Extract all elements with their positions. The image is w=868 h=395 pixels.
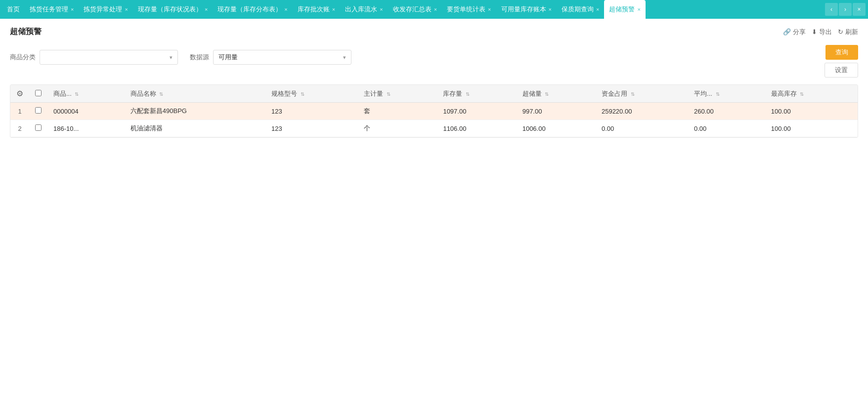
sort-product-name-icon[interactable]: ⇅ <box>159 91 163 97</box>
category-label: 商品分类 <box>10 53 36 62</box>
close-stock-dist[interactable]: × <box>284 6 287 12</box>
share-icon: 🔗 <box>783 28 791 36</box>
row-product-code: 0000004 <box>47 103 125 120</box>
filter-row: 商品分类 ▾ 数据源 可用量 ▾ <box>10 45 815 70</box>
page-title: 超储预警 <box>10 27 42 37</box>
table-header: ⚙ 商品... ⇅ 商品名称 ⇅ 规格型号 ⇅ <box>10 85 858 103</box>
page-actions: 🔗 分享 ⬇ 导出 ↻ 刷新 <box>783 28 858 37</box>
row-stock: 1106.00 <box>437 120 516 137</box>
data-table-container: ⚙ 商品... ⇅ 商品名称 ⇅ 规格型号 ⇅ <box>10 84 858 138</box>
row-avg: 260.00 <box>688 103 765 120</box>
sort-max-stock-icon[interactable]: ⇅ <box>800 91 804 97</box>
col-unit: 主计量 ⇅ <box>358 85 437 103</box>
sort-capital-icon[interactable]: ⇅ <box>631 91 635 97</box>
table-body: 1 0000004 六配套新昌490BPG 123 套 1097.00 997.… <box>10 103 858 137</box>
close-batch-account[interactable]: × <box>332 6 335 12</box>
row-num: 1 <box>10 103 29 120</box>
row-capital: 259220.00 <box>596 103 688 120</box>
refresh-button[interactable]: ↻ 刷新 <box>838 28 858 37</box>
nav-order-stat[interactable]: 要货单统计表 × <box>442 0 496 19</box>
nav-batch-account[interactable]: 库存批次账 × <box>293 0 340 19</box>
nav-stock-dist[interactable]: 现存量（库存分布表） × <box>213 0 292 19</box>
row-capital: 0.00 <box>596 120 688 137</box>
col-product-code: 商品... ⇅ <box>47 85 125 103</box>
nav-pick-exception[interactable]: 拣货异常处理 × <box>79 0 132 19</box>
col-over-stock: 超储量 ⇅ <box>517 85 596 103</box>
close-pick-exception[interactable]: × <box>125 6 128 12</box>
close-pick-task[interactable]: × <box>71 6 74 12</box>
close-expiry[interactable]: × <box>596 6 599 12</box>
col-checkbox <box>29 85 47 103</box>
col-max-stock: 最高库存 ⇅ <box>765 85 858 103</box>
table-row: 2 186-10... 机油滤清器 123 个 1106.00 1006.00 … <box>10 120 858 137</box>
col-product-name: 商品名称 ⇅ <box>125 85 265 103</box>
sort-product-code-icon[interactable]: ⇅ <box>75 91 79 97</box>
select-all-checkbox[interactable] <box>35 90 42 96</box>
nav-arrow-left[interactable]: ‹ <box>825 3 838 16</box>
row-stock: 1097.00 <box>437 103 516 120</box>
row-checkbox[interactable] <box>35 124 42 131</box>
category-select[interactable]: ▾ <box>40 50 178 65</box>
close-available-stock[interactable]: × <box>549 6 552 12</box>
close-inout-flow[interactable]: × <box>380 6 383 12</box>
row-product-name: 机油滤清器 <box>125 120 265 137</box>
row-checkbox[interactable] <box>35 107 42 114</box>
category-arrow-icon: ▾ <box>170 54 173 61</box>
row-spec: 123 <box>265 103 358 120</box>
sort-stock-icon[interactable]: ⇅ <box>466 91 470 97</box>
row-checkbox-cell <box>29 103 47 120</box>
sort-over-stock-icon[interactable]: ⇅ <box>545 91 549 97</box>
col-avg: 平均... ⇅ <box>688 85 765 103</box>
row-avg: 0.00 <box>688 120 765 137</box>
top-nav: 首页 拣货任务管理 × 拣货异常处理 × 现存量（库存状况表） × 现存量（库存… <box>0 0 868 19</box>
row-product-name: 六配套新昌490BPG <box>125 103 265 120</box>
nav-summary[interactable]: 收发存汇总表 × <box>388 0 442 19</box>
export-icon: ⬇ <box>812 28 817 36</box>
row-over-stock: 997.00 <box>517 103 596 120</box>
filter-buttons: 查询 设置 <box>825 45 858 78</box>
row-max-stock: 100.00 <box>765 103 858 120</box>
data-table: ⚙ 商品... ⇅ 商品名称 ⇅ 规格型号 ⇅ <box>10 85 858 137</box>
datasource-value: 可用量 <box>218 53 238 62</box>
nav-overstock[interactable]: 超储预警 × <box>604 0 645 19</box>
nav-stock-status[interactable]: 现存量（库存状况表） × <box>133 0 213 19</box>
close-order-stat[interactable]: × <box>488 6 491 12</box>
export-button[interactable]: ⬇ 导出 <box>812 28 832 37</box>
sort-avg-icon[interactable]: ⇅ <box>716 91 720 97</box>
nav-arrow-right[interactable]: › <box>839 3 852 16</box>
query-button[interactable]: 查询 <box>825 45 858 60</box>
set-button[interactable]: 设置 <box>825 63 858 78</box>
nav-pick-task[interactable]: 拣货任务管理 × <box>25 0 79 19</box>
sort-spec-icon[interactable]: ⇅ <box>301 91 304 97</box>
row-max-stock: 100.00 <box>765 120 858 137</box>
close-overstock[interactable]: × <box>637 6 640 12</box>
nav-arrow-close[interactable]: × <box>853 3 866 16</box>
col-spec: 规格型号 ⇅ <box>265 85 358 103</box>
row-unit: 套 <box>358 103 437 120</box>
datasource-select[interactable]: 可用量 ▾ <box>213 50 351 65</box>
row-unit: 个 <box>358 120 437 137</box>
page-header: 超储预警 🔗 分享 ⬇ 导出 ↻ 刷新 <box>10 27 858 37</box>
settings-icon[interactable]: ⚙ <box>16 89 23 98</box>
row-spec: 123 <box>265 120 358 137</box>
col-stock: 库存量 ⇅ <box>437 85 516 103</box>
close-stock-status[interactable]: × <box>205 6 208 12</box>
nav-arrows: ‹ › × <box>825 3 866 16</box>
category-filter-group: 商品分类 ▾ <box>10 50 178 65</box>
nav-available-stock[interactable]: 可用量库存账本 × <box>496 0 557 19</box>
row-product-code: 186-10... <box>47 120 125 137</box>
nav-home[interactable]: 首页 <box>2 0 25 19</box>
share-button[interactable]: 🔗 分享 <box>783 28 806 37</box>
datasource-arrow-icon: ▾ <box>343 54 346 61</box>
datasource-filter-group: 数据源 可用量 ▾ <box>190 50 351 65</box>
row-num: 2 <box>10 120 29 137</box>
refresh-icon: ↻ <box>838 28 843 36</box>
row-over-stock: 1006.00 <box>517 120 596 137</box>
nav-inout-flow[interactable]: 出入库流水 × <box>340 0 388 19</box>
sort-unit-icon[interactable]: ⇅ <box>387 91 391 97</box>
datasource-label: 数据源 <box>190 53 209 62</box>
col-settings: ⚙ <box>10 85 29 103</box>
table-row: 1 0000004 六配套新昌490BPG 123 套 1097.00 997.… <box>10 103 858 120</box>
nav-expiry[interactable]: 保质期查询 × <box>557 0 604 19</box>
close-summary[interactable]: × <box>434 6 437 12</box>
